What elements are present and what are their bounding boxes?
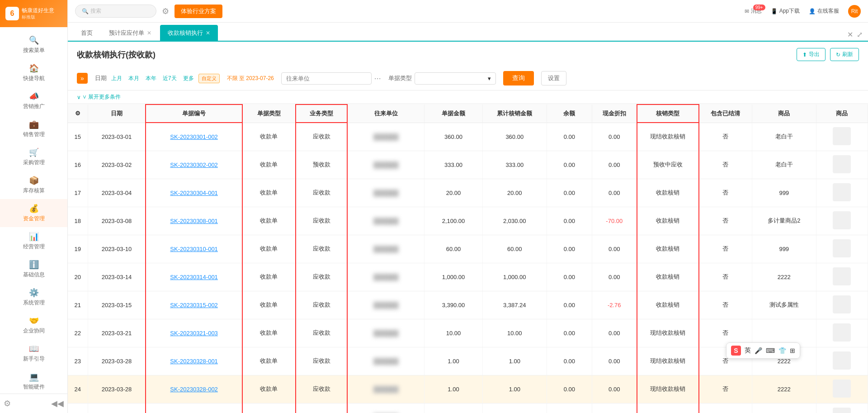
- docno-link[interactable]: SK-20230304-001: [170, 190, 218, 196]
- docno-link[interactable]: SK-20230328-002: [170, 386, 218, 393]
- data-table-container[interactable]: ⚙ 日期 单据编号 单据类型 业务类型 往来单位 单据金额 累计核销金额 余额 …: [68, 104, 868, 413]
- query-btn[interactable]: 查询: [503, 71, 534, 85]
- th-cumwrite[interactable]: 累计核销金额: [482, 104, 547, 123]
- topbar-search-box[interactable]: 🔍 搜索: [75, 5, 156, 18]
- sidebar-item-purchase[interactable]: 🛒采购管理: [0, 143, 67, 171]
- app-download-btn[interactable]: 📱 App下载: [771, 7, 800, 15]
- cell-goodsimg: [816, 235, 868, 263]
- cell-date: 2023-03-28: [88, 347, 146, 375]
- sidebar-item-guide[interactable]: 📖新手引导: [0, 339, 67, 367]
- th-goodsimg[interactable]: 商品: [816, 104, 868, 123]
- collapse-icon[interactable]: ◀◀: [51, 399, 64, 408]
- sidebar-item-label: 新手引导: [23, 355, 45, 363]
- date-custom-btn[interactable]: 自定义: [198, 74, 220, 83]
- sales-icon: 💼: [29, 119, 39, 129]
- date-more[interactable]: 更多: [181, 74, 196, 83]
- th-date[interactable]: 日期: [88, 104, 146, 123]
- cell-writetype: 收款核销: [637, 207, 699, 235]
- cell-goods: 2222: [752, 375, 816, 403]
- cell-settled: 否: [699, 291, 752, 319]
- filter-expand-btn[interactable]: »: [77, 73, 88, 84]
- maximize-icon[interactable]: ⤢: [857, 30, 863, 39]
- partner-input[interactable]: [281, 72, 372, 85]
- tab-prepay-close[interactable]: ✕: [147, 30, 151, 36]
- th-docno[interactable]: 单据编号: [146, 104, 242, 123]
- docno-link[interactable]: SK-20230321-003: [170, 330, 218, 337]
- filter-settings-btn[interactable]: 设置: [541, 71, 566, 85]
- sidebar-item-label: 经营管理: [23, 243, 45, 251]
- ime-grid-icon[interactable]: ⊞: [790, 347, 795, 354]
- user-avatar[interactable]: Rit: [848, 5, 861, 18]
- th-doctype[interactable]: 单据类型: [242, 104, 296, 123]
- refresh-btn[interactable]: ↻ 刷新: [830, 48, 859, 61]
- ime-mic-icon[interactable]: 🎤: [755, 347, 762, 354]
- cell-biztype: 应收款: [296, 207, 347, 235]
- sidebar-item-operations[interactable]: 📊经营管理: [0, 227, 67, 255]
- tab-prepay[interactable]: 预计应应付单 ✕: [101, 25, 159, 41]
- sidebar-item-basic[interactable]: ℹ️基础信息: [0, 255, 67, 283]
- sidebar-item-marketing[interactable]: 📣营销推广: [0, 87, 67, 115]
- topbar-gear-icon[interactable]: ⚙: [162, 6, 169, 16]
- cell-amount: 360.00: [425, 123, 482, 151]
- docno-link[interactable]: SK-20230314-001: [170, 274, 218, 280]
- marketing-icon: 📣: [29, 91, 39, 101]
- sidebar-item-sales[interactable]: 💼销售管理: [0, 115, 67, 143]
- th-writetype[interactable]: 核销类型: [637, 104, 699, 123]
- tab-home[interactable]: 首页: [73, 25, 100, 41]
- th-amount[interactable]: 单据金额: [425, 104, 482, 123]
- online-service-btn[interactable]: 👤 在线客服: [809, 7, 839, 15]
- th-balance[interactable]: 余额: [547, 104, 592, 123]
- cell-doctype: 收款单: [242, 347, 296, 375]
- date-this-year[interactable]: 本年: [144, 74, 158, 83]
- th-biztype[interactable]: 业务类型: [296, 104, 347, 123]
- cell-doctype: 收款单: [242, 375, 296, 403]
- doctype-select[interactable]: ▾: [415, 72, 496, 85]
- docno-link[interactable]: SK-20230301-002: [170, 133, 218, 140]
- cell-date: 2023-03-28: [88, 375, 146, 403]
- sidebar-item-quick-nav[interactable]: 🏠快捷导航: [0, 59, 67, 87]
- cell-goodsimg: [816, 179, 868, 207]
- cell-partner: ██████: [347, 123, 425, 151]
- cell-amount: 3,390.00: [425, 291, 482, 319]
- cell-goods: 多计量商品2: [752, 207, 816, 235]
- docno-link[interactable]: SK-20230308-001: [170, 218, 218, 224]
- th-settings[interactable]: ⚙: [68, 104, 88, 123]
- ime-shirt-icon[interactable]: 👕: [778, 347, 786, 354]
- docno-link[interactable]: SK-20230315-002: [170, 302, 218, 309]
- docno-link[interactable]: SK-20230302-002: [170, 161, 218, 168]
- date-this-month[interactable]: 本月: [127, 74, 141, 83]
- cell-cumwrite: 20.00: [482, 179, 547, 207]
- cell-doctype: 红字收款单: [242, 403, 296, 413]
- cell-discount: 0.00: [592, 347, 637, 375]
- date-label: 日期: [95, 74, 107, 82]
- cell-docno: SK-20230302-002: [146, 151, 242, 179]
- sidebar-item-search[interactable]: 🔍搜索菜单: [0, 31, 67, 59]
- th-goods[interactable]: 商品: [752, 104, 816, 123]
- cell-doctype: 收款单: [242, 235, 296, 263]
- th-settled[interactable]: 包含已结清: [699, 104, 752, 123]
- industry-btn[interactable]: 体验行业方案: [175, 5, 222, 18]
- th-partner[interactable]: 往来单位: [347, 104, 425, 123]
- close-all-icon[interactable]: ✕: [847, 30, 853, 39]
- date-prev-month[interactable]: 上月: [109, 74, 124, 83]
- docno-link[interactable]: SK-20230328-001: [170, 358, 218, 365]
- sidebar-item-system[interactable]: ⚙️系统管理: [0, 283, 67, 311]
- settings-icon[interactable]: ⚙: [4, 399, 11, 408]
- ime-keyboard-icon[interactable]: ⌨: [766, 347, 775, 354]
- cell-writetype: 现结收款核销: [637, 375, 699, 403]
- cell-seq: 16: [68, 151, 88, 179]
- docno-link[interactable]: SK-20230310-001: [170, 246, 218, 252]
- message-btn[interactable]: ✉ 消息 99+: [745, 7, 762, 15]
- sidebar-item-enterprise[interactable]: 🤝企业协同: [0, 311, 67, 339]
- tab-receipt-writeoff[interactable]: 收款核销执行 ✕: [160, 25, 218, 41]
- cell-amount: 20.00: [425, 179, 482, 207]
- sidebar-item-hardware[interactable]: 💻智能硬件: [0, 367, 67, 394]
- sidebar-item-finance[interactable]: 💰资金管理: [0, 199, 67, 227]
- date-7days[interactable]: 近7天: [161, 74, 179, 83]
- export-btn[interactable]: ⬆ 导出: [797, 48, 826, 61]
- expand-more-btn[interactable]: ∨ ∨ 展开更多条件: [68, 90, 868, 104]
- tab-receipt-close[interactable]: ✕: [206, 30, 210, 36]
- th-discount[interactable]: 现金折扣: [592, 104, 637, 123]
- sidebar-item-inventory[interactable]: 📦库存核算: [0, 171, 67, 199]
- cell-biztype: 应收款: [296, 123, 347, 151]
